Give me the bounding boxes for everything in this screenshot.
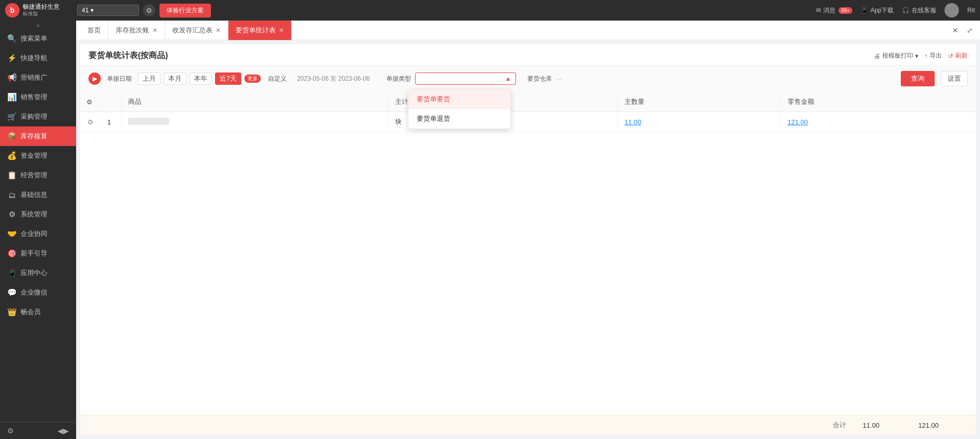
marketing-icon: 📢	[7, 73, 16, 82]
tab-label-receive-summary: 收发存汇总表	[172, 26, 212, 35]
close-tab-button[interactable]: ✕	[949, 24, 961, 36]
sidebar-label-operations: 经营管理	[21, 171, 47, 180]
tab-close-request-summary[interactable]: ✕	[279, 27, 284, 34]
warehouse-filter-dots[interactable]: ···	[556, 75, 562, 83]
sidebar-item-enterprise[interactable]: 🤝 企业协同	[0, 224, 76, 244]
avatar[interactable]	[945, 3, 959, 17]
tab-inventory-batch[interactable]: 库存批次账✕	[109, 21, 165, 40]
quicknav-icon: ⚡	[7, 53, 16, 63]
type-dropdown: 要货单要货 要货单退货	[408, 89, 511, 129]
sidebar-scroll: 🔍 搜索菜单 ⚡ 快捷导航 📢 营销推广 📊 销售管理 🛒 采购管理 📦 库存核…	[0, 29, 76, 422]
username-label: Rit	[967, 7, 975, 14]
sidebar-label-appcenter: 应用中心	[21, 268, 47, 278]
tab-request-summary[interactable]: 要货单统计表✕	[228, 21, 292, 40]
dropdown-item-request-return[interactable]: 要货单退货	[408, 109, 510, 129]
last-7-days-button[interactable]: 近7天	[215, 72, 241, 85]
member-icon: 👑	[7, 307, 16, 317]
app-name: 畅捷通好生意	[23, 3, 60, 10]
sidebar-item-finance[interactable]: 💰 资金管理	[0, 146, 76, 166]
sidebar-item-system[interactable]: ⚙ 系统管理	[0, 205, 76, 224]
sidebar-label-guide: 新手引导	[21, 249, 47, 258]
message-label: 消息	[823, 6, 835, 15]
type-filter-arrow-icon[interactable]: ▲	[501, 73, 515, 84]
base-icon: 🗂	[7, 190, 16, 199]
last-month-button[interactable]: 上月	[138, 72, 161, 85]
sidebar-item-base[interactable]: 🗂 基础信息	[0, 185, 76, 205]
this-month-button[interactable]: 本月	[164, 72, 186, 85]
refresh-button[interactable]: ↺ 刷新	[948, 51, 968, 60]
download-icon: 📱	[861, 7, 868, 14]
dropdown-item-request-order[interactable]: 要货单要货	[408, 89, 510, 109]
online-service-button[interactable]: 🎧 在线客服	[902, 6, 936, 15]
export-button[interactable]: ↑ 导出	[924, 51, 942, 60]
sidebar-label-finance: 资金管理	[21, 151, 47, 160]
sidebar-label-quicknav: 快捷导航	[21, 53, 47, 63]
query-button[interactable]: 查询	[901, 71, 935, 86]
row-amount-0[interactable]: 121.00	[781, 112, 976, 132]
sales-icon: 📊	[7, 93, 16, 102]
app-download-button[interactable]: 📱 App下载	[861, 6, 894, 15]
maximize-button[interactable]: ⤢	[964, 24, 976, 36]
type-filter-input-group: ▲	[415, 72, 516, 85]
sidebar-item-wechat[interactable]: 💬 企业微信	[0, 283, 76, 302]
table-header-row: ⚙ 商品 主计量单位 主数量 零售金额	[80, 92, 976, 112]
page-header: 要货单统计表(按商品) 🖨 按模板打印 ▾ ↑ 导出 ↺ 刷新	[80, 44, 976, 66]
table-row: ⚙ 1 块 11.00 121.00	[80, 112, 976, 132]
message-button[interactable]: ✉ 消息 99+	[816, 6, 852, 15]
gear-icon[interactable]: ⚙	[86, 98, 93, 106]
sidebar-item-appcenter[interactable]: 📱 应用中心	[0, 263, 76, 283]
export-icon: ↑	[924, 52, 928, 60]
settings-col-header: ⚙	[80, 92, 101, 112]
row-quantity-0[interactable]: 11.00	[618, 112, 781, 132]
row-settings-0[interactable]: ⚙	[80, 112, 101, 132]
tab-home[interactable]: 首页	[80, 21, 109, 40]
sidebar-label-search: 搜索菜单	[21, 34, 47, 43]
sidebar-label-marketing: 营销推广	[21, 73, 47, 82]
sidebar-settings-button[interactable]: ⚙	[7, 427, 14, 435]
sidebar-item-purchase[interactable]: 🛒 采购管理	[0, 107, 76, 126]
tab-label-inventory-batch: 库存批次账	[116, 26, 149, 35]
sidebar-item-operations[interactable]: 📋 经营管理	[0, 166, 76, 185]
tab-close-receive-summary[interactable]: ✕	[216, 27, 221, 34]
footer-quantity: 11.00	[857, 422, 908, 429]
sidebar-item-member[interactable]: 👑 畅会员	[0, 302, 76, 322]
sidebar-item-search[interactable]: 🔍 搜索菜单	[0, 29, 76, 48]
custom-date-button[interactable]: 自定义	[264, 74, 291, 84]
this-year-button[interactable]: 本年	[189, 72, 212, 85]
company-selector[interactable]: 41 ▾	[77, 5, 139, 16]
topbar-right: ✉ 消息 99+ 📱 App下载 🎧 在线客服 Rit	[816, 3, 975, 17]
print-button[interactable]: 🖨 按模板打印 ▾	[874, 51, 918, 60]
product-col-header: 商品	[121, 92, 389, 112]
amount-col-header: 零售金额	[781, 92, 976, 112]
more-badge[interactable]: 更多	[244, 75, 261, 83]
appcenter-icon: 📱	[7, 268, 16, 278]
app-download-label: App下载	[870, 6, 894, 15]
filter-expand-button[interactable]: ▶	[88, 72, 101, 85]
tab-label-home: 首页	[87, 26, 101, 35]
sidebar-label-purchase: 采购管理	[21, 112, 47, 121]
table-body: ⚙ 1 块 11.00 121.00	[80, 112, 976, 132]
sidebar-item-marketing[interactable]: 📢 营销推广	[0, 68, 76, 87]
content-area: 首页库存批次账✕收发存汇总表✕要货单统计表✕ ✕ ⤢ 要货单统计表(按商品) 🖨…	[76, 21, 980, 439]
page-title: 要货单统计表(按商品)	[88, 50, 168, 61]
topbar-settings-button[interactable]: ⚙	[143, 4, 155, 16]
scroll-up-indicator[interactable]: ▲	[0, 21, 76, 29]
tab-receive-summary[interactable]: 收发存汇总表✕	[165, 21, 228, 40]
topbar: b 畅捷通好生意 标准版 41 ▾ ⚙ 体验行业方案 ✉ 消息 99+ 📱 Ap…	[0, 0, 980, 21]
sidebar-label-sales: 销售管理	[21, 93, 47, 102]
tabs-bar: 首页库存批次账✕收发存汇总表✕要货单统计表✕ ✕ ⤢	[76, 21, 980, 40]
type-filter-input[interactable]	[416, 73, 501, 84]
message-badge: 99+	[839, 7, 852, 14]
sidebar-item-inventory[interactable]: 📦 库存核算	[0, 126, 76, 146]
row-seq-0: 1	[101, 112, 121, 132]
message-icon: ✉	[816, 7, 821, 14]
page-actions: 🖨 按模板打印 ▾ ↑ 导出 ↺ 刷新	[874, 51, 968, 60]
settings-button[interactable]: 设置	[941, 71, 968, 86]
wechat-icon: 💬	[7, 288, 16, 297]
industry-button[interactable]: 体验行业方案	[159, 4, 211, 17]
sidebar-item-guide[interactable]: 🎯 新手引导	[0, 244, 76, 263]
sidebar-item-sales[interactable]: 📊 销售管理	[0, 87, 76, 107]
sidebar-collapse-button[interactable]: ◀▶	[58, 427, 69, 435]
sidebar-item-quicknav[interactable]: ⚡ 快捷导航	[0, 48, 76, 68]
tab-close-inventory-batch[interactable]: ✕	[152, 27, 157, 34]
